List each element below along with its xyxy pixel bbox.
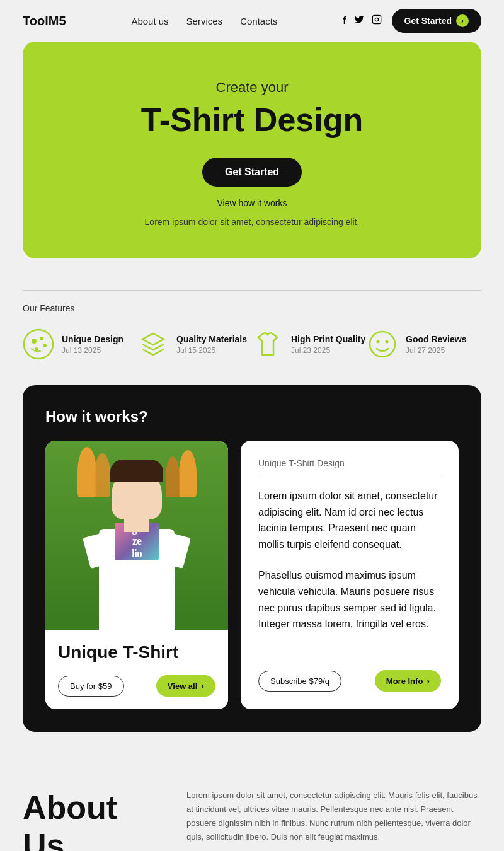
svg-point-5 (40, 337, 43, 340)
product-name: Unique T-Shirt (58, 642, 215, 663)
hero-title: T-Shirt Design (45, 101, 459, 139)
layers-icon (137, 328, 169, 360)
navbar: ToolM5 About us Services Contacts f Get … (0, 0, 504, 42)
svg-point-2 (379, 17, 379, 18)
about-text: Lorem ipsum dolor sit amet, consectetur … (186, 789, 481, 844)
product-image: gazelio (45, 441, 228, 630)
feature-good-reviews: Good Reviews Jul 27 2025 (367, 328, 481, 360)
how-card-right: Unique T-Shirt Design Lorem ipsum dolor … (241, 441, 459, 709)
how-cards: gazelio Unique T-Shirt Buy for $59 Vie (45, 441, 459, 709)
features-section: Our Features Unique Design Jul 13 2025 (0, 277, 504, 379)
how-card-left: gazelio Unique T-Shirt Buy for $59 Vie (45, 441, 228, 709)
svg-point-4 (32, 339, 37, 344)
right-card-text2: Phasellus euismod maximus ipsum vehicula… (258, 567, 441, 632)
svg-rect-0 (372, 15, 381, 23)
features-grid: Unique Design Jul 13 2025 Quality Materi… (23, 328, 481, 360)
feature-print-quality-info: High Print Quality Jul 23 2025 (291, 334, 365, 355)
nav-about[interactable]: About us (131, 16, 168, 26)
svg-point-10 (377, 340, 380, 344)
hero-get-started-button[interactable]: Get Started (202, 158, 302, 187)
more-info-button[interactable]: More Info › (375, 670, 441, 692)
svg-point-1 (375, 18, 378, 21)
view-all-arrow-icon: › (201, 681, 204, 691)
buy-button[interactable]: Buy for $59 (58, 676, 124, 697)
social-links: f (343, 14, 381, 27)
feature-unique-design-info: Unique Design Jul 13 2025 (62, 334, 123, 355)
features-title: Our Features (23, 290, 481, 313)
cta-arrow-icon: › (456, 14, 469, 27)
hero-description: Lorem ipsum dolor sit amet, consectetur … (45, 217, 459, 227)
feature-good-reviews-info: Good Reviews Jul 27 2025 (406, 334, 466, 355)
facebook-icon[interactable]: f (343, 15, 346, 26)
nav-services[interactable]: Services (186, 16, 223, 26)
hero-section: Create your T-Shirt Design Get Started V… (23, 42, 481, 258)
instagram-icon[interactable] (372, 14, 382, 27)
more-info-arrow-icon: › (427, 676, 430, 686)
right-card-subtitle: Unique T-Shirt Design (258, 458, 441, 468)
nav-contacts[interactable]: Contacts (240, 16, 277, 26)
hero-pre-title: Create your (45, 79, 459, 96)
tshirt-icon (252, 328, 284, 360)
how-title: How it works? (45, 408, 459, 426)
hero-view-link[interactable]: View how it works (45, 198, 459, 208)
get-started-nav-button[interactable]: Get Started › (392, 9, 481, 33)
twitter-icon[interactable] (354, 14, 364, 27)
feature-unique-design: Unique Design Jul 13 2025 (23, 328, 137, 360)
about-title: About Us (23, 789, 161, 851)
feature-quality-materials: Quality Materials Jul 15 2025 (137, 328, 252, 360)
right-card-text1: Lorem ipsum dolor sit amet, consectetur … (258, 488, 441, 552)
svg-marker-8 (142, 333, 164, 345)
feature-print-quality: High Print Quality Jul 23 2025 (252, 328, 367, 360)
how-it-works-section: How it works? (23, 385, 481, 732)
view-all-button[interactable]: View all › (156, 675, 215, 697)
svg-point-3 (24, 330, 53, 359)
how-card-bottom: Unique T-Shirt Buy for $59 View all › (45, 630, 228, 709)
svg-point-11 (386, 340, 389, 344)
svg-point-9 (370, 332, 395, 357)
nav-links: About us Services Contacts (131, 16, 277, 26)
right-card-divider (258, 475, 441, 475)
how-card-right-actions: Subscribe $79/q More Info › (258, 670, 441, 692)
palette-icon (23, 328, 54, 360)
how-card-left-actions: Buy for $59 View all › (58, 675, 215, 697)
subscribe-button[interactable]: Subscribe $79/q (258, 671, 341, 692)
smile-icon (367, 328, 398, 360)
about-section: About Us Lorem ipsum dolor sit amet, con… (0, 751, 504, 851)
logo: ToolM5 (23, 14, 66, 28)
feature-quality-materials-info: Quality Materials Jul 15 2025 (176, 334, 247, 355)
svg-point-6 (43, 344, 47, 347)
